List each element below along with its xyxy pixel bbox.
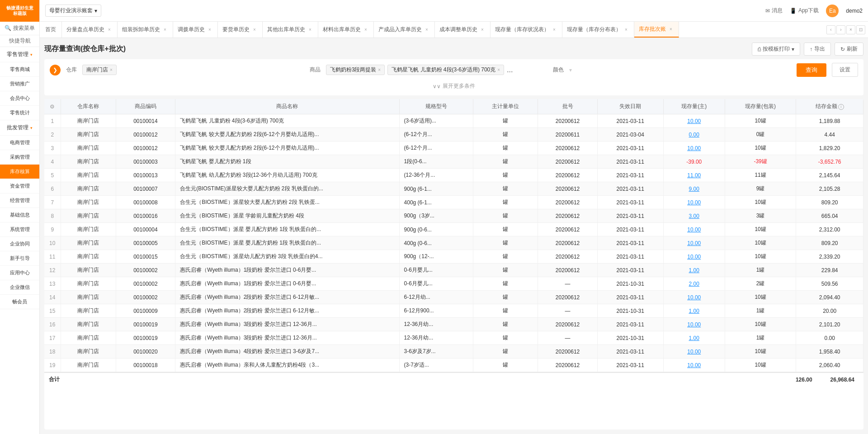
tab-mix[interactable]: 调拨单历史 ×	[173, 22, 218, 38]
cell-qty-main[interactable]: -39.00	[663, 155, 725, 169]
message-btn[interactable]: ✉ 消息	[765, 7, 783, 14]
cell-no: 17	[44, 331, 61, 345]
cell-qty-main[interactable]: 0.00	[663, 128, 725, 142]
tab-home[interactable]: 首页	[40, 22, 62, 38]
cell-warehouse: 南岸门店	[61, 359, 116, 372]
username-label[interactable]: demo2	[846, 8, 863, 14]
tab-cost-adjust[interactable]: 成本调整单历史 ×	[435, 22, 491, 38]
sidebar-item-member2[interactable]: 畅会员	[0, 295, 39, 309]
tab-other-out-close[interactable]: ×	[307, 27, 313, 33]
sidebar-item-enterprise-wechat[interactable]: 企业微信	[0, 280, 39, 295]
export-icon: ↑	[810, 46, 812, 52]
sidebar-item-marketing[interactable]: 营销推广	[0, 77, 39, 91]
sidebar-quicknav[interactable]: 快捷导航	[0, 35, 39, 47]
cell-qty-main[interactable]: 10.00	[663, 359, 725, 372]
tab-disassemble-close[interactable]: ×	[162, 27, 168, 33]
sidebar-item-appcenter[interactable]: 应用中心	[0, 266, 39, 280]
cell-qty-main[interactable]: 2.00	[663, 277, 725, 291]
sidebar-item-retail-shop[interactable]: 零售商城	[0, 62, 39, 77]
tab-stock2-close[interactable]: ×	[623, 27, 629, 33]
sidebar-item-system[interactable]: 系统管理	[0, 222, 39, 237]
product-tags: 飞鹤奶粉3段两提装 × 飞鹤星飞帆 儿童奶粉 4段(3-6岁适用) 700克 ×…	[326, 65, 548, 75]
cell-qty-pkg: 10罐	[725, 236, 796, 250]
warehouse-tag-close[interactable]: ×	[110, 67, 113, 72]
cell-qty-pkg: 10罐	[725, 142, 796, 155]
tab-prev-btn[interactable]: ‹	[826, 25, 835, 34]
tab-fullscreen-btn[interactable]: ⊡	[856, 25, 865, 34]
sidebar-item-member[interactable]: 会员中心	[0, 91, 39, 106]
sidebar-item-finance[interactable]: 资金管理	[0, 179, 39, 193]
tab-split-inventory[interactable]: 分量盘点单历史 ×	[62, 22, 118, 38]
cell-qty-main[interactable]: 3.00	[663, 209, 725, 223]
query-btn[interactable]: 查询	[797, 63, 826, 77]
tab-next-btn[interactable]: ›	[836, 25, 845, 34]
account-dropdown[interactable]: 母婴行业演示账套 ▾	[45, 5, 101, 17]
cell-warehouse: 南岸门店	[61, 277, 116, 291]
tab-stock2[interactable]: 现存量（库存分布表） ×	[562, 22, 634, 38]
cell-qty-main[interactable]: 10.00	[663, 345, 725, 359]
cell-warehouse: 南岸门店	[61, 128, 116, 142]
tab-product-in-close[interactable]: ×	[424, 27, 430, 33]
filter-toggle-btn[interactable]: ❯	[50, 65, 61, 75]
cell-qty-main[interactable]: 10.00	[663, 196, 725, 209]
tab-product-in[interactable]: 产成品入库单历史 ×	[374, 22, 435, 38]
tab-cost-close[interactable]: ×	[479, 27, 486, 33]
tab-material-out-close[interactable]: ×	[363, 27, 369, 33]
sidebar-item-newguide[interactable]: 新手引导	[0, 251, 39, 266]
sidebar-item-retail-mgmt[interactable]: 零售管理 ▾	[0, 47, 39, 62]
tab-close-all-btn[interactable]: ×	[846, 25, 855, 34]
tab-disassemble[interactable]: 组装拆卸单历史 ×	[118, 22, 173, 38]
tab-batch-close[interactable]: ×	[668, 26, 674, 33]
tab-batch-account[interactable]: 库存批次账 ×	[634, 22, 679, 38]
cell-unit: 罐	[473, 277, 538, 291]
cell-expire: 2021-03-11	[597, 264, 663, 277]
product-more[interactable]: ...	[507, 66, 513, 74]
cell-qty-main[interactable]: 10.00	[663, 318, 725, 331]
cell-qty-main[interactable]: 10.00	[663, 142, 725, 155]
cell-expire: 2021-03-11	[597, 318, 663, 331]
tab-stock1-close[interactable]: ×	[551, 27, 557, 33]
cell-qty-main[interactable]: 10.00	[663, 236, 725, 250]
sidebar-item-procurement[interactable]: 采购管理	[0, 150, 39, 165]
tab-other-out[interactable]: 其他出库单历史 ×	[263, 22, 318, 38]
sidebar-item-enterprise[interactable]: 企业协同	[0, 237, 39, 251]
tab-order-close[interactable]: ×	[251, 27, 258, 33]
refresh-btn[interactable]: ↻ 刷新	[835, 42, 863, 56]
sidebar-item-retail-stats[interactable]: 零售统计	[0, 106, 39, 120]
cell-qty-main[interactable]: 1.00	[663, 304, 725, 318]
settings-col-icon[interactable]: ⚙	[50, 104, 55, 110]
cell-qty-main[interactable]: 10.00	[663, 114, 725, 128]
cell-qty-main[interactable]: 1.00	[663, 264, 725, 277]
expand-btn[interactable]: ∨∨ 展开更多条件	[50, 80, 858, 92]
template-print-btn[interactable]: ⎙ 按模板打印 ▾	[752, 42, 800, 56]
sidebar-item-inventory[interactable]: 库存核算	[0, 165, 39, 179]
cell-expire: 2021-03-11	[597, 291, 663, 304]
cell-qty-pkg: 10罐	[725, 223, 796, 236]
tab-material-out[interactable]: 材料出库单历史 ×	[318, 22, 374, 38]
tab-split-close[interactable]: ×	[106, 27, 113, 33]
sidebar-item-operations[interactable]: 经营管理	[0, 193, 39, 208]
tab-stock1[interactable]: 现存量（库存状况表） ×	[491, 22, 562, 38]
sidebar-item-wholesale[interactable]: 批发管理 ▾	[0, 120, 39, 136]
app-download-btn[interactable]: 📱 App下载	[790, 7, 819, 14]
settings-btn[interactable]: 设置	[832, 63, 858, 77]
cell-unit: 罐	[473, 318, 538, 331]
cell-qty-pkg: 2罐	[725, 277, 796, 291]
sidebar-search[interactable]: 🔍 搜索菜单	[0, 22, 39, 35]
sidebar-item-basicinfo[interactable]: 基础信息	[0, 208, 39, 222]
app-label: App下载	[798, 7, 819, 14]
cell-qty-main[interactable]: 10.00	[663, 291, 725, 304]
sidebar-item-ecommerce[interactable]: 电商管理	[0, 136, 39, 150]
tab-order[interactable]: 要货单历史 ×	[218, 22, 263, 38]
cell-qty-main[interactable]: 11.00	[663, 169, 725, 182]
cell-qty-main[interactable]: 1.00	[663, 331, 725, 345]
cell-qty-main[interactable]: 10.00	[663, 223, 725, 236]
product-tag-2-close[interactable]: ×	[497, 67, 500, 72]
cell-qty-main[interactable]: 9.00	[663, 182, 725, 196]
export-btn[interactable]: ↑ 导出	[804, 42, 831, 56]
product-tag-1-close[interactable]: ×	[378, 67, 381, 72]
cell-qty-main[interactable]: 10.00	[663, 250, 725, 264]
tab-mix-close[interactable]: ×	[207, 27, 213, 33]
color-input[interactable]: ▾	[569, 67, 791, 73]
amount-info-icon[interactable]: i	[838, 104, 844, 110]
